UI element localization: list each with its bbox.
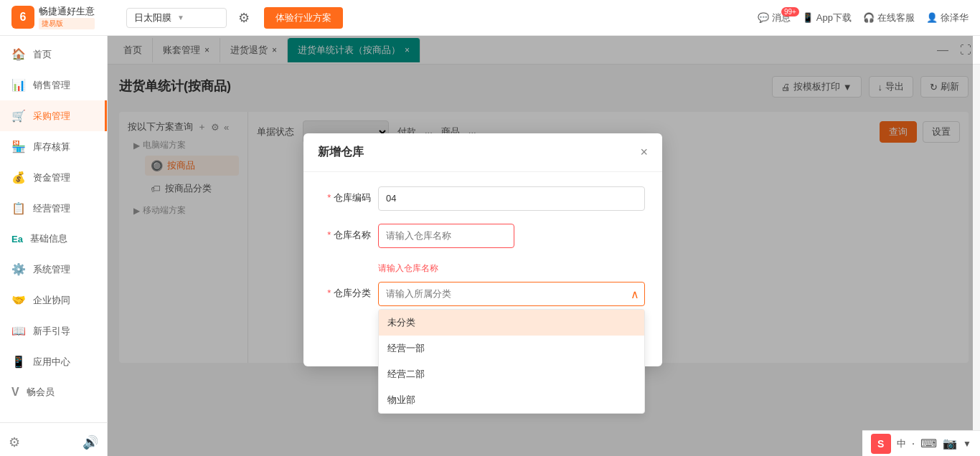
sidebar-item-vip[interactable]: V 畅会员 — [0, 377, 107, 407]
sidebar-label-home: 首页 — [33, 48, 52, 61]
app-download-label: App下载 — [816, 11, 852, 24]
down-icon[interactable]: ▼ — [963, 439, 971, 449]
inventory-icon: 🏪 — [11, 140, 26, 153]
basic-info-icon: Ea — [11, 234, 23, 244]
dropdown-item-3[interactable]: 物业部 — [379, 387, 644, 413]
finance-icon: 💰 — [11, 171, 26, 184]
notifications-btn[interactable]: 💬 消息 99+ — [758, 11, 791, 24]
warehouse-name-row: 仓库名称 请输入仓库名称 — [321, 224, 645, 262]
sidebar-item-sales[interactable]: 📊 销售管理 — [0, 70, 107, 100]
logo-icon: 6 — [11, 6, 34, 29]
warehouse-name-label: 仓库名称 — [321, 224, 378, 242]
home-icon: 🏠 — [11, 47, 26, 61]
dropdown-list: 未分类 经营一部 经营二部 物业部 — [378, 309, 645, 414]
store-name: 日太阳膜 — [134, 11, 171, 24]
username-label: 徐泽华 — [941, 11, 969, 24]
dot-icon: · — [912, 437, 915, 450]
top-navbar: 6 畅捷通好生意 捷易版 日太阳膜 ▼ ⚙ 体验行业方案 💬 消息 99+ 📱 … — [0, 0, 980, 36]
customer-service-btn[interactable]: 🎧 在线客服 — [863, 11, 915, 24]
modal-overlay[interactable]: 新增仓库 × 仓库编码 仓库名称 — [108, 36, 973, 456]
warehouse-type-label: 仓库分类 — [321, 282, 378, 300]
modal-header: 新增仓库 × — [303, 133, 662, 172]
camera-icon[interactable]: 📷 — [943, 437, 957, 450]
warehouse-type-dropdown[interactable]: ∧ 未分类 经营一部 经营二部 物业部 — [378, 282, 645, 306]
app-download-btn[interactable]: 📱 App下载 — [802, 11, 852, 24]
vip-icon: V — [11, 386, 19, 399]
sidebar-label-cooperation: 企业协同 — [33, 294, 70, 307]
sidebar-item-system[interactable]: ⚙️ 系统管理 — [0, 254, 107, 285]
warehouse-name-error: 请输入仓库名称 — [378, 262, 645, 275]
dropdown-item-0[interactable]: 未分类 — [379, 310, 644, 336]
sidebar-item-home[interactable]: 🏠 首页 — [0, 39, 107, 70]
mobile-icon: 📱 — [802, 12, 814, 23]
dropdown-item-1[interactable]: 经营一部 — [379, 336, 644, 361]
warehouse-type-row: 仓库分类 ∧ 未分类 经营一部 经营二部 物业部 — [321, 282, 645, 306]
cooperation-icon: 🤝 — [11, 293, 26, 307]
sidebar: 🏠 首页 📊 销售管理 🛒 采购管理 🏪 库存核算 💰 资金管理 📋 经营管理 … — [0, 36, 108, 456]
operations-icon: 📋 — [11, 201, 26, 215]
logo-area: 6 畅捷通好生意 捷易版 — [11, 6, 119, 29]
guide-icon: 📖 — [11, 324, 26, 338]
sidebar-label-basic-info: 基础信息 — [30, 232, 67, 245]
sidebar-bottom: ⚙ 🔊 — [0, 417, 107, 456]
sidebar-item-basic-info[interactable]: Ea 基础信息 — [0, 224, 107, 254]
warehouse-name-input[interactable] — [378, 224, 514, 248]
purchase-icon: 🛒 — [11, 109, 26, 123]
sidebar-item-purchase[interactable]: 🛒 采购管理 — [0, 100, 107, 131]
headset-icon: 🎧 — [863, 12, 875, 23]
status-bar: S 中 · ⌨ 📷 ▼ — [862, 430, 980, 456]
sidebar-label-operations: 经营管理 — [33, 202, 70, 215]
speaker-icon[interactable]: 🔊 — [83, 434, 98, 450]
modal-body: 仓库编码 仓库名称 请输入仓库名称 — [303, 172, 662, 320]
sidebar-item-inventory[interactable]: 🏪 库存核算 — [0, 131, 107, 162]
lang-icon[interactable]: 中 — [897, 437, 906, 450]
modal-add-warehouse: 新增仓库 × 仓库编码 仓库名称 — [303, 133, 662, 366]
sales-icon: 📊 — [11, 78, 26, 92]
main-content: 首页 账套管理 × 进货退货 × 进货单统计表（按商品） × — ⛶ 进货单统计… — [108, 36, 980, 456]
sidebar-label-inventory: 库存核算 — [33, 141, 70, 153]
main-layout: 🏠 首页 📊 销售管理 🛒 采购管理 🏪 库存核算 💰 资金管理 📋 经营管理 … — [0, 36, 980, 456]
warehouse-code-label: 仓库编码 — [321, 186, 378, 204]
top-nav-right: 💬 消息 99+ 📱 App下载 🎧 在线客服 👤 徐泽华 — [758, 11, 969, 24]
keyboard-icon[interactable]: ⌨ — [920, 437, 937, 450]
s-logo: S — [871, 434, 891, 454]
settings-bottom-icon[interactable]: ⚙ — [9, 434, 20, 450]
store-selector-arrow: ▼ — [177, 14, 184, 22]
notifications-badge: 99+ — [781, 7, 799, 16]
warehouse-type-input[interactable] — [378, 282, 645, 306]
store-selector[interactable]: 日太阳膜 ▼ — [126, 8, 227, 28]
sidebar-label-purchase: 采购管理 — [33, 110, 70, 123]
trial-button[interactable]: 体验行业方案 — [264, 7, 343, 29]
modal-title: 新增仓库 — [318, 145, 364, 160]
dropdown-item-2[interactable]: 经营二部 — [379, 361, 644, 387]
sidebar-label-finance: 资金管理 — [33, 171, 70, 184]
warehouse-code-input[interactable] — [378, 186, 645, 211]
settings-icon[interactable]: ⚙ — [232, 6, 255, 29]
sidebar-label-vip: 畅会员 — [27, 386, 55, 399]
sidebar-label-app-center: 应用中心 — [33, 356, 70, 369]
warehouse-code-row: 仓库编码 — [321, 186, 645, 211]
sidebar-label-system: 系统管理 — [33, 263, 70, 276]
system-icon: ⚙️ — [11, 262, 26, 276]
user-btn[interactable]: 👤 徐泽华 — [926, 11, 969, 24]
sidebar-item-guide[interactable]: 📖 新手引导 — [0, 315, 107, 346]
user-avatar: 👤 — [926, 12, 938, 23]
logo-sub: 捷易版 — [39, 18, 95, 29]
chat-icon: 💬 — [758, 12, 769, 23]
sidebar-item-cooperation[interactable]: 🤝 企业协同 — [0, 285, 107, 315]
sidebar-item-app-center[interactable]: 📱 应用中心 — [0, 346, 107, 377]
modal-close-btn[interactable]: × — [640, 145, 648, 160]
content-body: 进货单统计(按商品) 🖨 按模板打印 ▼ ↓ 导出 ↻ 刷新 — [108, 65, 980, 456]
app-center-icon: 📱 — [11, 355, 26, 369]
logo-text: 畅捷通好生意 — [39, 6, 95, 18]
sidebar-item-operations[interactable]: 📋 经营管理 — [0, 193, 107, 224]
sidebar-item-finance[interactable]: 💰 资金管理 — [0, 162, 107, 193]
customer-service-label: 在线客服 — [877, 11, 915, 24]
sidebar-label-sales: 销售管理 — [33, 79, 70, 92]
sidebar-label-guide: 新手引导 — [33, 325, 70, 338]
